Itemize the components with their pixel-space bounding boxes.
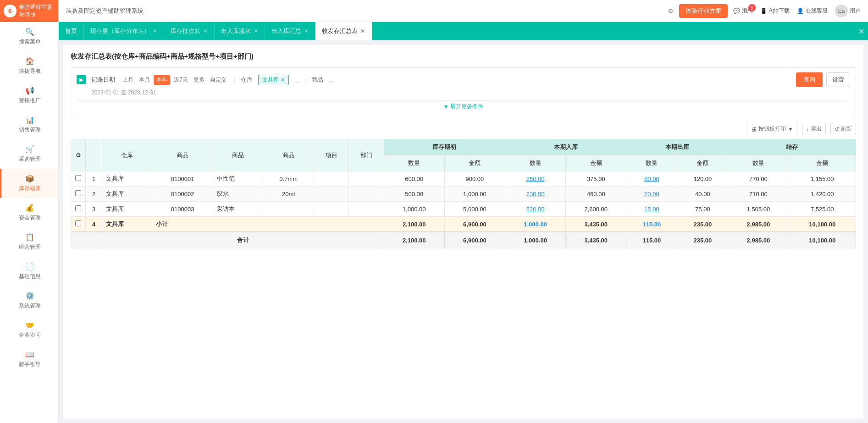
sidebar-item-quick-nav[interactable]: 🏠快捷导航 <box>0 51 58 81</box>
close-all-tabs[interactable]: ✕ <box>858 27 864 36</box>
filter-expand-button[interactable]: ▶ <box>77 75 86 84</box>
row-open-qty-1: 500.00 <box>384 187 444 202</box>
col-closing-header: 结存 <box>728 139 856 155</box>
col-dept-header: 部门 <box>349 139 384 171</box>
tab-close-inventory-dist[interactable]: ✕ <box>153 28 157 34</box>
online-service-action[interactable]: 👤 在线客服 <box>797 7 828 15</box>
date-shortcut-自定义[interactable]: 自定义 <box>208 75 228 85</box>
subtotal-in-qty[interactable]: 1,000.00 <box>505 217 565 232</box>
filter-dots-1[interactable]: ... <box>294 77 299 83</box>
sidebar-item-enterprise[interactable]: 🤝企业协同 <box>0 315 58 345</box>
filter-row: ▶ 记账日期 上月本月本年近7天更多自定义 | 仓库 文具库 ✕ ... | 商… <box>77 72 850 87</box>
date-shortcut-本年[interactable]: 本年 <box>154 75 170 85</box>
sidebar-item-guide[interactable]: 📖新手引导 <box>0 345 58 374</box>
total-close-amt: 10,100.00 <box>789 232 856 248</box>
row-close-amt-1: 1,420.00 <box>789 187 856 202</box>
row-dept-1 <box>349 187 384 202</box>
system-title: 装备及固定资产辅助管理系统 <box>66 7 662 15</box>
message-badge: 6 <box>748 4 756 11</box>
enterprise-icon: 🤝 <box>25 321 34 330</box>
date-shortcut-本月[interactable]: 本月 <box>137 75 152 85</box>
tab-close-batch-account[interactable]: ✕ <box>203 28 208 34</box>
subtotal-out-qty[interactable]: 115.00 <box>626 217 677 232</box>
logo-text: 畅捷通好生意 标准版 <box>19 4 52 18</box>
print-button[interactable]: 🖨 按钮板打印 ▼ <box>747 123 797 135</box>
subtotal-in-amt: 3,435.00 <box>566 217 626 232</box>
sidebar-item-basic[interactable]: 📄基础信息 <box>0 257 58 286</box>
sales-label: 销售管理 <box>19 126 41 134</box>
col-settings-header[interactable]: ⚙ <box>71 139 86 171</box>
total-label: 合计 <box>237 236 249 243</box>
warehouse-tag[interactable]: 文具库 ✕ <box>258 75 289 85</box>
opening-qty-header: 数量 <box>384 155 444 171</box>
sidebar-item-purchase[interactable]: 🛒采购管理 <box>0 139 58 169</box>
filter-dots-2[interactable]: ... <box>329 77 333 83</box>
user-action[interactable]: Ea 用户 <box>835 5 861 17</box>
query-button[interactable]: 查询 <box>796 72 823 87</box>
col-product-spec-header: 商品 <box>263 139 314 171</box>
tab-batch-account[interactable]: 库存批次账✕ <box>164 22 215 40</box>
online-service-icon: 👤 <box>797 8 804 14</box>
sidebar-logo: 6 畅捷通好生意 标准版 <box>0 0 58 22</box>
opening-amt-header: 金额 <box>444 155 505 171</box>
sales-icon: 📊 <box>25 115 34 124</box>
tab-in-out-summary[interactable]: 出入库汇总✕ <box>265 22 315 40</box>
date-shortcut-更多[interactable]: 更多 <box>192 75 206 85</box>
experience-button[interactable]: 体验行业方案 <box>679 4 728 18</box>
settings-icon[interactable]: ⚙ <box>668 7 674 15</box>
tab-inventory-dist[interactable]: 现存量（库存分布表）✕ <box>84 22 164 40</box>
sidebar-item-operations[interactable]: 📋经营管理 <box>0 227 58 257</box>
print-icon: 🖨 <box>751 126 757 132</box>
page-title: 收发存汇总表(按仓库+商品编码+商品+规格型号+项目+部门) <box>71 52 856 61</box>
row-checkbox-1[interactable] <box>71 187 86 202</box>
row-product-code-2: 0100003 <box>152 202 213 217</box>
row-in-amt-2: 2,600.00 <box>566 202 626 217</box>
print-label: 按钮板打印 <box>758 125 786 133</box>
tab-label-receive-send-summary: 收发存汇总表 <box>322 27 358 35</box>
tab-close-receive-send-summary[interactable]: ✕ <box>360 28 365 34</box>
enterprise-label: 企业协同 <box>19 331 41 339</box>
refresh-button[interactable]: ↺ 刷新 <box>830 123 856 135</box>
subtotal-checkbox[interactable] <box>71 217 86 232</box>
row-out-qty-1[interactable]: 20.00 <box>626 187 677 202</box>
tab-close-in-out-flow[interactable]: ✕ <box>254 28 258 34</box>
sidebar-item-system[interactable]: ⚙️系统管理 <box>0 286 58 315</box>
row-out-qty-2[interactable]: 15.00 <box>626 202 677 217</box>
row-checkbox-2[interactable] <box>71 202 86 217</box>
subtotal-close-qty: 2,985.00 <box>728 217 789 232</box>
warehouse-tag-close-icon[interactable]: ✕ <box>281 77 285 83</box>
marketing-icon: 📢 <box>25 86 34 95</box>
col-product-name-header: 商品 <box>213 139 263 171</box>
date-shortcut-近7天[interactable]: 近7天 <box>172 75 190 85</box>
column-settings-button[interactable]: 设置 <box>826 72 850 87</box>
sidebar-item-sales[interactable]: 📊销售管理 <box>0 110 58 139</box>
quick-nav-icon: 🏠 <box>25 57 34 66</box>
total-label-cell <box>71 232 102 248</box>
row-checkbox-0[interactable] <box>71 171 86 187</box>
row-in-qty-0[interactable]: 250.00 <box>505 171 565 187</box>
message-action[interactable]: 💬 消息 6 <box>733 7 753 15</box>
sidebar-item-marketing[interactable]: 📢营销推广 <box>0 81 58 110</box>
warehouse-tag-text: 文具库 <box>262 76 279 84</box>
app-download-action[interactable]: 📱 App下载 <box>760 7 790 15</box>
row-close-amt-2: 7,525.00 <box>789 202 856 217</box>
inventory-label: 库存核算 <box>19 185 41 192</box>
tab-home[interactable]: 首页 <box>59 22 84 40</box>
expand-more-button[interactable]: ▼ 展开更多条件 <box>443 103 484 110</box>
sidebar-item-inventory[interactable]: 📦库存核算 <box>0 169 58 198</box>
date-filter-label: 记账日期 <box>91 76 115 84</box>
tab-close-in-out-summary[interactable]: ✕ <box>304 28 309 34</box>
row-out-qty-0[interactable]: 80.00 <box>626 171 677 187</box>
sidebar-item-search[interactable]: 🔍搜索菜单 <box>0 22 58 51</box>
total-close-qty: 2,985.00 <box>728 232 789 248</box>
content-area: 收发存汇总表(按仓库+商品编码+商品+规格型号+项目+部门) ▶ 记账日期 上月… <box>59 40 868 423</box>
operations-icon: 📋 <box>25 233 34 242</box>
tab-in-out-flow[interactable]: 出入库流水✕ <box>215 22 265 40</box>
sidebar-item-finance[interactable]: 💰资金管理 <box>0 198 58 227</box>
row-in-qty-1[interactable]: 230.00 <box>505 187 565 202</box>
row-in-qty-2[interactable]: 520.00 <box>505 202 565 217</box>
tab-receive-send-summary[interactable]: 收发存汇总表✕ <box>315 22 372 40</box>
row-product-spec-1: 20ml <box>263 187 314 202</box>
date-shortcut-上月[interactable]: 上月 <box>121 75 135 85</box>
export-button[interactable]: ↓ 导出 <box>802 123 826 135</box>
